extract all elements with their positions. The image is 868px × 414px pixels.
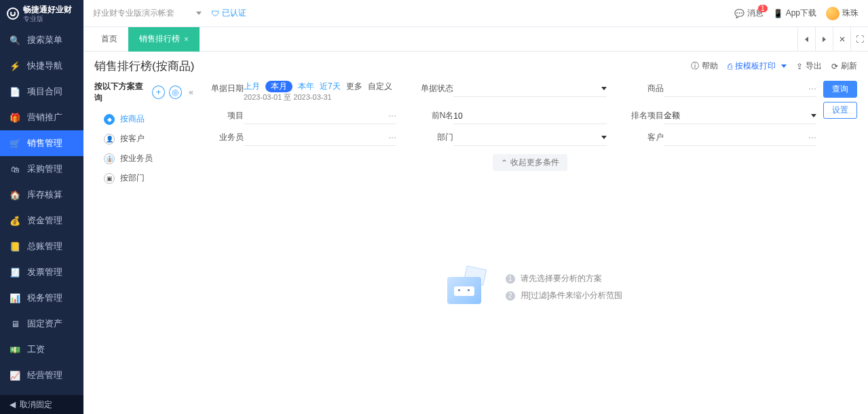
scheme-item[interactable]: 👔按业务员 [101, 149, 196, 168]
sidebar-item[interactable]: 📊税务管理 [0, 285, 83, 311]
sidebar-item-label: 资金管理 [27, 214, 62, 227]
salary-icon: 💵 [10, 344, 20, 355]
rankby-select[interactable]: 金额 [664, 108, 816, 124]
sidebar-item[interactable]: 🏠库存核算 [0, 182, 83, 208]
tab-close-icon[interactable]: × [184, 35, 189, 44]
customer-picker[interactable]: ⋯ [664, 130, 816, 146]
brand-logo-icon [7, 7, 19, 20]
app-download-link[interactable]: 📱 App下载 [773, 7, 816, 19]
page-header: 销售排行榜(按商品) ⓘ帮助 ⎙按模板打印 ⇪导出 ⟳刷新 [83, 52, 868, 81]
sidebar-item[interactable]: ⚡快捷导航 [0, 53, 83, 79]
expand-icon: ⛶ [856, 35, 864, 44]
tab-label: 首页 [101, 33, 117, 45]
scheme-icon: 👤 [104, 134, 115, 145]
scheme-label: 按部门 [120, 172, 145, 184]
export-link[interactable]: ⇪导出 [796, 60, 822, 72]
tab-close-all[interactable]: ✕ [833, 27, 850, 52]
biz-icon: 📈 [10, 370, 20, 381]
sidebar-item[interactable]: 🖥固定资产 [0, 311, 83, 337]
pin-toggle[interactable]: ◀ 取消固定 [0, 395, 83, 414]
scheme-item[interactable]: 👤按客户 [101, 129, 196, 149]
project-picker[interactable]: ⋯ [244, 108, 396, 124]
filter-topn: 前N名 10 [413, 108, 606, 124]
user-menu[interactable]: 珠珠 [826, 7, 858, 20]
status-select[interactable] [453, 81, 606, 97]
avatar-icon [826, 7, 839, 20]
date-preset[interactable]: 近7天 [320, 81, 341, 92]
tab[interactable]: 首页 [90, 27, 128, 52]
tabstrip: 首页销售排行榜× ✕ ⛶ [83, 27, 868, 52]
bag-icon: 🛍 [10, 164, 20, 174]
date-preset[interactable]: 本年 [298, 81, 314, 92]
sidebar-item[interactable]: 📈经营管理 [0, 362, 83, 388]
sidebar-item[interactable]: 💰资金管理 [0, 208, 83, 233]
close-icon: ✕ [839, 35, 846, 44]
dept-select[interactable] [453, 130, 606, 146]
scheme-settings-button[interactable]: ◎ [169, 86, 182, 99]
sidebar-item[interactable]: 📄项目合同 [0, 79, 83, 105]
sidebar-item[interactable]: 🧾发票管理 [0, 259, 83, 285]
verified-badge: 🛡 已认证 [211, 7, 246, 19]
sidebar-item[interactable]: 🔄小畅报销 [0, 388, 83, 395]
messages-link[interactable]: 💬 消息 1 [734, 7, 763, 19]
sidebar-item-label: 固定资产 [27, 318, 62, 330]
page-title: 销售排行榜(按商品) [94, 58, 194, 74]
sidebar-item[interactable]: 🔍搜索菜单 [0, 27, 83, 53]
salesman-picker[interactable]: ⋯ [244, 130, 396, 146]
scheme-list: ◆按商品👤按客户👔按业务员▣按部门 [94, 109, 196, 188]
filters: 单据日期 上月本月本年近7天更多自定义 2023-03-01 至 2023-03… [203, 81, 857, 171]
scheme-item[interactable]: ◆按商品 [101, 109, 196, 129]
help-link[interactable]: ⓘ帮助 [691, 60, 718, 72]
print-link[interactable]: ⎙按模板打印 [728, 60, 787, 72]
sidebar-item[interactable]: 📒总账管理 [0, 233, 83, 259]
sidebar: 畅捷通好业财 专业版 🔍搜索菜单⚡快捷导航📄项目合同🎁营销推广🛒销售管理🛍采购管… [0, 0, 83, 414]
date-preset[interactable]: 本月 [265, 81, 293, 92]
pin-label: 取消固定 [20, 399, 52, 411]
tab-prev[interactable] [797, 27, 815, 52]
filter-salesman: 业务员 ⋯ [203, 130, 396, 146]
scheme-label: 按业务员 [120, 153, 153, 164]
date-preset[interactable]: 自定义 [368, 81, 392, 92]
refresh-icon: ⟳ [831, 62, 838, 71]
more-icon: ⋯ [808, 133, 816, 143]
sidebar-item[interactable]: 🛒销售管理 [0, 130, 83, 156]
filter-product: 商品 ⋯ [623, 81, 816, 102]
add-scheme-button[interactable]: + [152, 86, 165, 99]
scheme-panel: 按以下方案查询 + ◎ « ◆按商品👤按客户👔按业务员▣按部门 [94, 81, 196, 403]
sidebar-item[interactable]: 💵工资 [0, 337, 83, 362]
date-preset[interactable]: 上月 [244, 81, 260, 92]
scheme-collapse[interactable]: « [186, 87, 196, 98]
scheme-title: 按以下方案查询 [94, 81, 148, 104]
brand-name: 畅捷通好业财 [23, 4, 72, 16]
sidebar-menu: 🔍搜索菜单⚡快捷导航📄项目合同🎁营销推广🛒销售管理🛍采购管理🏠库存核算💰资金管理… [0, 27, 83, 395]
message-icon: 💬 [734, 9, 744, 18]
query-button[interactable]: 查询 [823, 81, 857, 98]
sidebar-item-label: 税务管理 [27, 292, 62, 304]
product-picker[interactable]: ⋯ [664, 81, 816, 97]
topn-input[interactable]: 10 [453, 108, 606, 124]
fullscreen-toggle[interactable]: ⛶ [850, 27, 868, 52]
account-selector[interactable]: 好业财专业版演示帐套 [93, 7, 202, 19]
settings-button[interactable]: 设置 [823, 102, 857, 119]
step-badge: 2 [506, 291, 515, 301]
pin-icon: ◀ [10, 400, 16, 409]
sidebar-item-label: 经营管理 [27, 369, 62, 381]
tab-next[interactable] [815, 27, 833, 52]
sidebar-item[interactable]: 🛍采购管理 [0, 156, 83, 182]
refresh-link[interactable]: ⟳刷新 [831, 60, 857, 72]
filter-date: 单据日期 上月本月本年近7天更多自定义 2023-03-01 至 2023-03… [203, 81, 396, 102]
scheme-item[interactable]: ▣按部门 [101, 168, 196, 188]
tab[interactable]: 销售排行榜× [128, 27, 200, 52]
export-icon: ⇪ [796, 62, 803, 71]
fold-toggle[interactable]: ⌃ 收起更多条件 [493, 154, 567, 171]
filter-customer: 客户 ⋯ [623, 130, 816, 146]
sidebar-item-label: 营销推广 [27, 111, 62, 124]
scheme-label: 按客户 [120, 133, 145, 145]
filter-rankby: 排名项目 金额 [623, 108, 816, 124]
chevron-down-icon [196, 12, 202, 15]
date-preset[interactable]: 更多 [346, 81, 362, 92]
sidebar-item[interactable]: 🎁营销推广 [0, 105, 83, 130]
more-icon: ⋯ [388, 111, 396, 121]
gift-icon: 🎁 [10, 112, 20, 123]
scheme-icon: ▣ [104, 173, 115, 184]
